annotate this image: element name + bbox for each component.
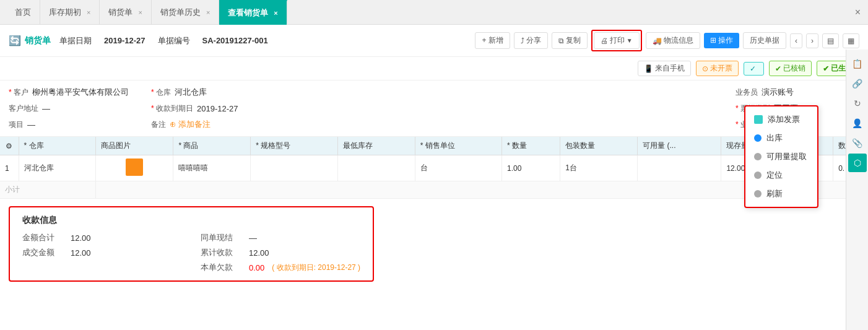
customer-label: 客户 xyxy=(9,87,28,98)
customer-value[interactable]: 柳州粤港平安气体有限公司 xyxy=(32,87,131,98)
dropdown-available-qty[interactable]: 可用量提取 xyxy=(745,147,817,166)
staff-value[interactable]: 演示账号 xyxy=(762,87,794,98)
row-warehouse[interactable]: 河北仓库 xyxy=(19,155,96,181)
col-product: * 商品 xyxy=(173,137,251,155)
row-unit[interactable]: 台 xyxy=(415,155,501,181)
tab-sales-history[interactable]: 销货单历史 × xyxy=(152,0,219,25)
sales-order-icon: 🔄 xyxy=(9,35,21,46)
share-button[interactable]: ⤴ 分享 xyxy=(514,32,548,49)
view1-button[interactable]: ▤ xyxy=(822,33,839,48)
operations-button[interactable]: ⊞ 操作 xyxy=(704,33,739,48)
from-phone-label: 来自手机 xyxy=(655,63,685,74)
tab-view-sales-label: 查看销货单 xyxy=(228,7,268,19)
tab-sales-order-label: 销货单 xyxy=(108,7,132,18)
dropdown-locate[interactable]: 定位 xyxy=(745,166,817,185)
print-button[interactable]: 🖨 打印 ▼ xyxy=(594,32,640,49)
tab-view-sales-close[interactable]: × xyxy=(274,9,277,17)
due-date-value[interactable]: 2019-12-27 xyxy=(197,104,238,113)
doc-header: 🔄 销货单 单据日期 2019-12-27 单据编号 SA-20191227-0… xyxy=(0,25,868,57)
same-order-row: 同单现结 — xyxy=(201,232,360,243)
dropdown-refresh[interactable]: 刷新 xyxy=(745,185,817,203)
row-qty[interactable]: 1.00 xyxy=(502,155,560,181)
dropdown-menu: 添加发票 出库 可用量提取 定位 刷新 xyxy=(744,105,818,208)
col-available: 可用量 (... xyxy=(638,137,721,155)
not-open-button[interactable]: ⊙ 未开票 xyxy=(696,61,739,76)
dropdown-add-invoice[interactable]: 添加发票 xyxy=(745,110,817,129)
due-date-field: 收款到期日 2019-12-27 xyxy=(151,103,275,114)
prev-button[interactable]: ‹ xyxy=(790,33,802,48)
logistics-button[interactable]: 🚚 物流信息 xyxy=(646,32,700,49)
share-icon: ⤴ xyxy=(521,37,524,45)
warehouse-value[interactable]: 河北仓库 xyxy=(175,87,207,98)
sidebar-icon-expand[interactable]: ⬡ xyxy=(848,154,867,172)
deal-amount-row: 成交金额 12.00 xyxy=(22,247,182,258)
tab-bar: 首页 库存期初 × 销货单 × 销货单历史 × 查看销货单 × × xyxy=(0,0,868,25)
no-label: 单据编号 xyxy=(158,35,190,46)
amount-value: 12.00 xyxy=(71,233,91,243)
tab-inventory-init-label: 库存期初 xyxy=(49,7,81,18)
dropdown-outbound[interactable]: 出库 xyxy=(745,129,817,147)
sidebar-icon-2[interactable]: 🔗 xyxy=(848,74,867,93)
row-available xyxy=(638,155,721,181)
row-pkg-qty[interactable]: 1台 xyxy=(560,155,638,181)
col-image: 商品图片 xyxy=(96,137,173,155)
amount-row: 金额合计 12.00 xyxy=(22,232,182,243)
row-product[interactable]: 嘻嘻嘻嘻 xyxy=(173,155,251,181)
accumulated-label: 累计收款 xyxy=(201,247,244,258)
sidebar-icon-3[interactable]: ↻ xyxy=(848,94,867,113)
tab-sales-history-label: 销货单历史 xyxy=(160,7,201,18)
tab-inventory-init-close[interactable]: × xyxy=(87,9,90,16)
refresh-icon xyxy=(754,190,762,198)
project-field: 项目 — xyxy=(9,119,132,130)
products-table: ⚙ * 仓库 商品图片 * 商品 * 规格型号 最低库存 * 销售单位 * 数量… xyxy=(0,137,868,199)
doc-meta: 单据日期 2019-12-27 单据编号 SA-20191227-001 xyxy=(59,35,466,46)
table-container: ⚙ * 仓库 商品图片 * 商品 * 规格型号 最低库存 * 销售单位 * 数量… xyxy=(0,136,868,199)
history-button[interactable]: 历史单据 xyxy=(743,32,786,49)
from-phone-button[interactable]: 📱 来自手机 xyxy=(638,61,691,76)
check-icon: ✓ xyxy=(750,64,756,73)
tab-sales-order-close[interactable]: × xyxy=(138,9,142,16)
view2-button[interactable]: ▦ xyxy=(843,33,859,48)
tab-home[interactable]: 首页 xyxy=(6,0,40,25)
same-order-label: 同单现结 xyxy=(201,232,244,243)
doc-toolbar2: 📱 来自手机 ⊙ 未开票 ✓ ✔ 已核销 ✔ 已生效 xyxy=(0,57,868,80)
tab-inventory-init[interactable]: 库存期初 × xyxy=(40,0,100,25)
col-gear[interactable]: ⚙ xyxy=(0,137,19,155)
next-button[interactable]: › xyxy=(806,33,818,48)
new-button[interactable]: + 新增 xyxy=(475,32,510,49)
address-field: 客户地址 — xyxy=(9,103,132,114)
sidebar-icon-4[interactable]: 👤 xyxy=(848,114,867,132)
staff-label: 业务员 xyxy=(736,87,758,98)
cancelled-icon: ✔ xyxy=(775,64,781,73)
share-label: 分享 xyxy=(526,35,541,46)
tab-sales-order[interactable]: 销货单 × xyxy=(100,0,151,25)
tab-view-sales[interactable]: 查看销货单 × xyxy=(219,0,287,25)
warehouse-field: 仓库 河北仓库 xyxy=(151,87,275,98)
date-value: 2019-12-27 xyxy=(104,36,145,45)
check-button[interactable]: ✓ xyxy=(744,62,764,76)
due-note: ( 收款到期日: 2019-12-27 ) xyxy=(272,263,360,273)
ops-icon: ⊞ xyxy=(710,36,716,45)
note-add[interactable]: ⊕ 添加备注 xyxy=(170,119,210,130)
payment-section: 收款信息 金额合计 12.00 同单现结 — 成交金额 12.00 xyxy=(0,201,868,287)
cancelled-button[interactable]: ✔ 已核销 xyxy=(769,61,812,76)
address-label: 客户地址 xyxy=(9,103,38,114)
row-spec[interactable] xyxy=(251,155,337,181)
col-spec: * 规格型号 xyxy=(251,137,337,155)
window-close-button[interactable]: × xyxy=(855,7,861,18)
subtotal-row: 小计 xyxy=(0,181,868,199)
refresh-label: 刷新 xyxy=(766,188,783,199)
col-warehouse: * 仓库 xyxy=(19,137,96,155)
right-sidebar: 📋 🔗 ↻ 👤 📎 ⬡ xyxy=(846,50,868,330)
sidebar-icon-1[interactable]: 📋 xyxy=(848,54,867,73)
add-invoice-label: 添加发票 xyxy=(768,114,800,125)
col-pkg-qty: 包装数量 xyxy=(560,137,638,155)
current-due-label: 本单欠款 xyxy=(201,262,244,273)
sidebar-icon-5[interactable]: 📎 xyxy=(848,134,867,152)
payment-box: 收款信息 金额合计 12.00 同单现结 — 成交金额 12.00 xyxy=(9,206,374,282)
tab-sales-history-close[interactable]: × xyxy=(206,9,210,16)
cancelled-label: 已核销 xyxy=(783,63,805,74)
same-order-value: — xyxy=(249,233,257,243)
copy-button[interactable]: ⧉ 复制 xyxy=(552,32,588,49)
payment-title: 收款信息 xyxy=(22,215,360,226)
